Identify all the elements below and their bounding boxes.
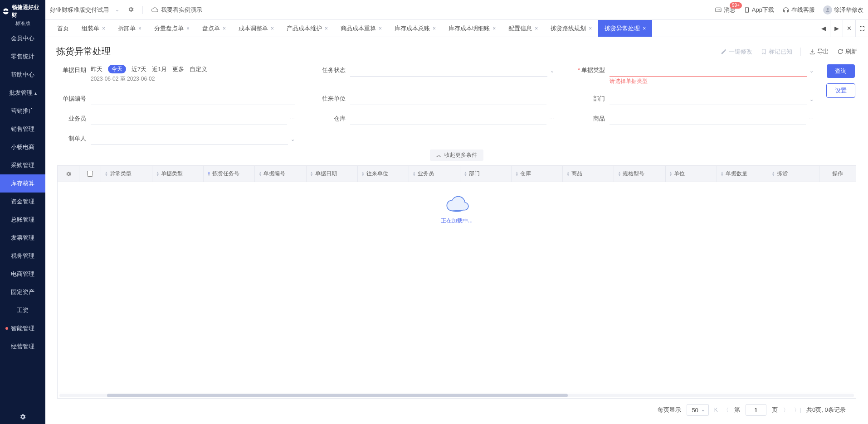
tab[interactable]: 库存成本明细账× xyxy=(442,20,502,37)
horizontal-scrollbar[interactable] xyxy=(57,392,856,399)
sidebar-item[interactable]: 采购管理 xyxy=(0,156,45,174)
page-first-icon[interactable]: K xyxy=(714,407,718,413)
department-input[interactable] xyxy=(610,93,807,105)
ellipsis-icon[interactable]: ⋯ xyxy=(806,116,814,122)
sidebar-item[interactable]: 库存核算 xyxy=(0,174,45,193)
tab[interactable]: 组装单× xyxy=(75,20,112,37)
date-range-option[interactable]: 今天 xyxy=(108,65,126,73)
table-column-header[interactable]: ▲▼拣货任务号 xyxy=(204,166,255,182)
doc-no-input[interactable] xyxy=(91,93,295,105)
date-range-option[interactable]: 昨天 xyxy=(91,65,102,73)
sidebar-item[interactable]: 零售统计 xyxy=(0,48,45,66)
page-input[interactable] xyxy=(746,404,766,416)
service-link[interactable]: 在线客服 xyxy=(782,6,815,14)
demo-link[interactable]: 我要看实例演示 xyxy=(151,6,202,14)
ellipsis-icon[interactable]: ⋯ xyxy=(287,116,295,122)
sidebar-item[interactable]: 会员中心 xyxy=(0,29,45,48)
table-column-header[interactable]: ▲▼商品 xyxy=(563,166,614,182)
tab[interactable]: 拆卸单× xyxy=(112,20,148,37)
select-all-checkbox[interactable] xyxy=(79,166,101,182)
close-icon[interactable]: × xyxy=(223,25,226,32)
settings-button[interactable]: 设置 xyxy=(826,83,855,98)
close-icon[interactable]: × xyxy=(325,25,328,32)
column-settings[interactable] xyxy=(58,166,79,182)
page-prev-icon[interactable]: 〈 xyxy=(723,406,729,414)
date-range-option[interactable]: 近7天 xyxy=(132,65,146,73)
sidebar-item[interactable]: 帮助中心 xyxy=(0,66,45,84)
collapse-filters-button[interactable]: ︽ 收起更多条件 xyxy=(430,149,483,161)
tabs-fullscreen-icon[interactable] xyxy=(855,20,868,37)
tab[interactable]: 库存成本总账× xyxy=(388,20,442,37)
close-icon[interactable]: × xyxy=(102,25,105,32)
sidebar-item[interactable]: 销售管理 xyxy=(0,120,45,138)
product-input[interactable] xyxy=(610,113,806,125)
chevron-down-icon[interactable]: ⌄ xyxy=(807,68,814,74)
partner-input[interactable] xyxy=(350,93,546,105)
tabs-prev-icon[interactable]: ◀ xyxy=(817,20,830,37)
sidebar-item[interactable]: 电商管理 xyxy=(0,265,45,283)
chevron-down-icon[interactable]: ⌄ xyxy=(288,136,295,142)
sidebar-item[interactable]: 工资 xyxy=(0,301,45,319)
sidebar-item[interactable]: 资金管理 xyxy=(0,193,45,211)
download-link[interactable]: App下载 xyxy=(744,6,774,14)
env-selector[interactable]: 好业财标准版交付试用 ⌄ xyxy=(50,6,119,14)
salesman-input[interactable] xyxy=(91,113,287,125)
close-icon[interactable]: × xyxy=(271,25,274,32)
tab[interactable]: 盘点单× xyxy=(196,20,232,37)
table-column-header[interactable]: ▲▼单据数量 xyxy=(717,166,768,182)
export-action[interactable]: 导出 xyxy=(809,48,829,56)
scrollbar-thumb[interactable] xyxy=(107,394,568,397)
chevron-down-icon[interactable]: ⌄ xyxy=(547,68,554,74)
table-column-header[interactable]: ▲▼规格型号 xyxy=(614,166,665,182)
tab[interactable]: 拣货异常处理× xyxy=(598,20,652,37)
close-icon[interactable]: × xyxy=(186,25,190,32)
page-last-icon[interactable]: 〉| xyxy=(794,406,801,414)
settings-gear-icon[interactable] xyxy=(127,6,134,14)
sidebar-item[interactable]: 经营管理 xyxy=(0,337,45,356)
sidebar-item[interactable]: 固定资产 xyxy=(0,283,45,301)
sidebar-item[interactable]: 税务管理 xyxy=(0,247,45,265)
close-icon[interactable]: × xyxy=(643,25,646,32)
close-icon[interactable]: × xyxy=(138,25,141,32)
ellipsis-icon[interactable]: ⋯ xyxy=(546,96,554,102)
tab[interactable]: 成本调整单× xyxy=(232,20,280,37)
search-button[interactable]: 查询 xyxy=(827,64,855,78)
tabs-close-icon[interactable]: ✕ xyxy=(843,20,855,37)
close-icon[interactable]: × xyxy=(589,25,592,32)
pagesize-select[interactable]: 50 xyxy=(687,404,708,416)
settings-icon[interactable] xyxy=(19,413,26,422)
select-all-input[interactable] xyxy=(87,171,93,177)
table-column-header[interactable]: ▲▼拣货 xyxy=(768,166,819,182)
warehouse-input[interactable] xyxy=(350,113,546,125)
ellipsis-icon[interactable]: ⋯ xyxy=(546,116,554,122)
sidebar-item[interactable]: 营销推广 xyxy=(0,102,45,120)
table-column-header[interactable]: ▲▼部门 xyxy=(460,166,512,182)
tab[interactable]: 产品成本维护× xyxy=(280,20,334,37)
table-column-header[interactable]: ▲▼单据编号 xyxy=(255,166,306,182)
table-column-header[interactable]: ▲▼业务员 xyxy=(409,166,460,182)
tab[interactable]: 拣货路线规划× xyxy=(544,20,598,37)
close-icon[interactable]: × xyxy=(493,25,496,32)
close-icon[interactable]: × xyxy=(379,25,382,32)
date-range-option[interactable]: 近1月 xyxy=(152,65,167,73)
tabs-next-icon[interactable]: ▶ xyxy=(830,20,843,37)
tab[interactable]: 分量盘点单× xyxy=(148,20,196,37)
refresh-action[interactable]: 刷新 xyxy=(837,48,857,56)
table-column-header[interactable]: ▲▼仓库 xyxy=(512,166,563,182)
sidebar-item[interactable]: 小畅电商 xyxy=(0,138,45,156)
sidebar-item[interactable]: 批发管理 xyxy=(0,84,45,102)
table-column-header[interactable]: ▲▼单据类型 xyxy=(152,166,204,182)
tab[interactable]: 首页 xyxy=(51,20,75,37)
task-status-input[interactable] xyxy=(350,65,547,77)
date-range-option[interactable]: 自定义 xyxy=(190,65,207,73)
table-column-header[interactable]: ▲▼往来单位 xyxy=(358,166,409,182)
sidebar-item[interactable]: 智能管理 xyxy=(0,319,45,337)
tab[interactable]: 配置信息× xyxy=(502,20,544,37)
message-link[interactable]: 消息 99+ xyxy=(715,6,736,14)
table-column-header[interactable]: ▲▼单位 xyxy=(666,166,717,182)
sidebar-item[interactable]: 总账管理 xyxy=(0,211,45,229)
doc-type-input[interactable] xyxy=(610,65,807,77)
close-icon[interactable]: × xyxy=(535,25,538,32)
table-column-header[interactable]: ▲▼单据日期 xyxy=(307,166,358,182)
chevron-down-icon[interactable]: ⌄ xyxy=(807,96,814,102)
